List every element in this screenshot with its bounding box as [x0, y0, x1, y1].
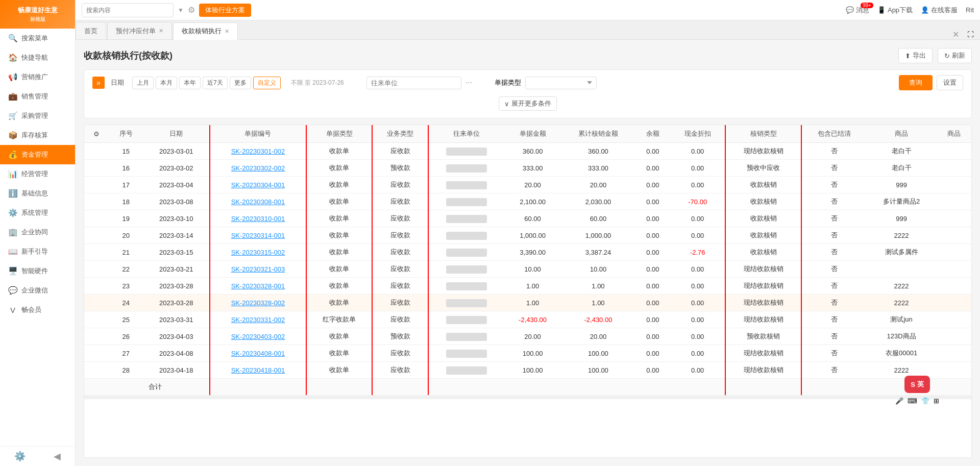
sidebar-settings-btn[interactable]: ⚙️ [14, 451, 26, 462]
date-7days-btn[interactable]: 近7天 [203, 77, 228, 89]
cell-partner: ████ [428, 193, 504, 210]
sidebar-collapse-btn[interactable]: ◀ [54, 451, 61, 462]
partner-dots[interactable]: ··· [465, 78, 472, 87]
cell-goods: 多计量商品2 [867, 193, 937, 210]
table-header: ⚙ 序号 日期 单据编号 单据类型 业务类型 往来单位 单据金额 累计核销金额 … [84, 125, 971, 143]
col-biz-type: 业务类型 [372, 125, 428, 143]
watermark-icons: 🎤 ⌨ 👕 ⊞ [895, 397, 939, 405]
topbar-right: 💬 消息 99+ 📱 App下载 👤 在线客服 Rit [846, 6, 974, 15]
bill-no-link[interactable]: SK-20230408-001 [231, 350, 285, 357]
sidebar-item-sales[interactable]: 💼销售管理 [0, 87, 75, 106]
col-verify-type: 核销类型 [725, 125, 801, 143]
cell-gear [84, 193, 109, 210]
bill-no-link[interactable]: SK-20230418-001 [231, 366, 285, 374]
refresh-button[interactable]: ↻ 刷新 [938, 48, 972, 63]
expand-more-btn[interactable]: ∨ 展开更多条件 [499, 96, 557, 111]
table-row: 22 2023-03-21 SK-20230321-003 收款单 应收款 ██… [84, 261, 971, 278]
sidebar-item-marketing[interactable]: 📢营销推广 [0, 67, 75, 87]
tabbar-close-all[interactable]: ✕ [952, 30, 959, 39]
cell-verified: 10.00 [561, 261, 635, 278]
sidebar-item-wechat[interactable]: 💬企业微信 [0, 281, 75, 300]
cell-goods2 [937, 278, 971, 295]
bill-no-link[interactable]: SK-20230302-002 [231, 164, 285, 172]
footer-label [84, 379, 143, 396]
tab-home[interactable]: 首页 [76, 22, 106, 39]
bill-no-link[interactable]: SK-20230314-001 [231, 232, 285, 239]
cell-verify-type: 收款核销 [725, 177, 801, 193]
tabbar-expand-icon[interactable]: ⛶ [967, 31, 974, 38]
bill-no-link[interactable]: SK-20230308-001 [231, 198, 285, 206]
tab-prepay[interactable]: 预付冲应付单 ✕ [107, 22, 172, 39]
table-row: 27 2023-04-08 SK-20230408-001 收款单 应收款 ██… [84, 345, 971, 362]
bill-no-link[interactable]: SK-20230403-002 [231, 333, 285, 340]
main-content: ▼ ⚙ 体验行业方案 💬 消息 99+ 📱 App下载 👤 在线客服 Rit [76, 0, 980, 466]
cell-no: 28 [109, 362, 143, 379]
tab-prepay-close[interactable]: ✕ [159, 28, 163, 34]
tab-receipt-close[interactable]: ✕ [225, 28, 229, 35]
filter-expand-arrow[interactable]: » [92, 77, 105, 89]
sidebar-item-finance[interactable]: 💰资金管理 [0, 145, 75, 164]
sidebar-item-base[interactable]: ℹ️基础信息 [0, 184, 75, 203]
filter-date-range-section: 不限 至 2023-07-26 [291, 79, 344, 87]
sidebar-item-hardware[interactable]: 🖥️智能硬件 [0, 261, 75, 281]
cell-biz-type: 应收款 [372, 193, 428, 210]
sidebar-item-nav[interactable]: 🏠快捷导航 [0, 48, 75, 67]
bill-type-select[interactable] [525, 77, 597, 89]
online-service-link[interactable]: 👤 在线客服 [921, 6, 958, 15]
filter-settings-btn[interactable]: 设置 [937, 75, 963, 90]
cell-discount: 0.00 [670, 345, 725, 362]
cell-discount: 0.00 [670, 362, 725, 379]
cell-date: 2023-04-03 [143, 328, 210, 345]
sidebar-item-operation[interactable]: 📊经营管理 [0, 164, 75, 184]
partner-input[interactable] [366, 77, 461, 89]
sidebar-item-member[interactable]: V畅会员 [0, 300, 75, 320]
sidebar-item-purchase[interactable]: 🛒采购管理 [0, 106, 75, 126]
bill-no-link[interactable]: SK-20230321-003 [231, 265, 285, 273]
cell-bill-type: 收款单 [306, 143, 372, 160]
cell-balance: 0.00 [635, 278, 670, 295]
col-gear[interactable]: ⚙ [84, 125, 109, 143]
cell-goods2 [937, 193, 971, 210]
date-more-btn[interactable]: 更多 [230, 77, 251, 89]
sidebar-item-inventory[interactable]: 📦库存核算 [0, 126, 75, 145]
topbar-search-input[interactable] [82, 3, 174, 17]
cell-included: 否 [801, 345, 867, 362]
bill-no-link[interactable]: SK-20230315-002 [231, 249, 285, 256]
export-button[interactable]: ⬆ 导出 [898, 48, 933, 63]
bill-no-link[interactable]: SK-20230304-001 [231, 181, 285, 189]
table-row: 18 2023-03-08 SK-20230308-001 收款单 应收款 ██… [84, 193, 971, 210]
message-badge[interactable]: 💬 消息 99+ [846, 6, 869, 15]
cell-date: 2023-03-01 [143, 143, 210, 160]
topbar-gear-icon[interactable]: ⚙ [188, 5, 195, 15]
sidebar-item-search[interactable]: 🔍搜索菜单 [0, 29, 75, 48]
date-custom-btn[interactable]: 自定义 [253, 77, 281, 89]
tab-receipt[interactable]: 收款核销执行 ✕ [173, 22, 238, 40]
bill-no-link[interactable]: SK-20230328-001 [231, 282, 285, 290]
filter-date-range: 不限 至 2023-07-26 [291, 79, 344, 87]
sidebar-item-enterprise[interactable]: 🏢企业协同 [0, 223, 75, 242]
query-button[interactable]: 查询 [899, 75, 933, 90]
date-this-year-btn[interactable]: 本年 [179, 77, 201, 89]
col-verified: 累计核销金额 [561, 125, 635, 143]
bill-no-link[interactable]: SK-20230301-002 [231, 148, 285, 155]
sidebar-item-system[interactable]: ⚙️系统管理 [0, 203, 75, 223]
cell-verified: 1.00 [561, 278, 635, 295]
cell-date: 2023-03-21 [143, 261, 210, 278]
cell-discount: 0.00 [670, 227, 725, 244]
table-row: 15 2023-03-01 SK-20230301-002 收款单 应收款 ██… [84, 143, 971, 160]
sidebar-icon-inventory: 📦 [8, 131, 17, 140]
cell-gear [84, 278, 109, 295]
industry-solution-btn[interactable]: 体验行业方案 [199, 4, 251, 17]
bill-no-link[interactable]: SK-20230331-002 [231, 316, 285, 324]
cell-goods: 老白干 [867, 160, 937, 177]
date-this-month-btn[interactable]: 本月 [156, 77, 177, 89]
cell-bill-no: SK-20230302-002 [210, 160, 306, 177]
user-account[interactable]: Rit [966, 6, 974, 14]
table-scrollbar[interactable] [84, 395, 971, 399]
footer-bill-type [306, 379, 372, 396]
sidebar-item-guide[interactable]: 📖新手引导 [0, 242, 75, 261]
bill-no-link[interactable]: SK-20230310-001 [231, 215, 285, 223]
bill-no-link[interactable]: SK-20230328-002 [231, 299, 285, 307]
date-last-month-btn[interactable]: 上月 [132, 77, 154, 89]
app-download-link[interactable]: 📱 App下载 [877, 6, 913, 15]
